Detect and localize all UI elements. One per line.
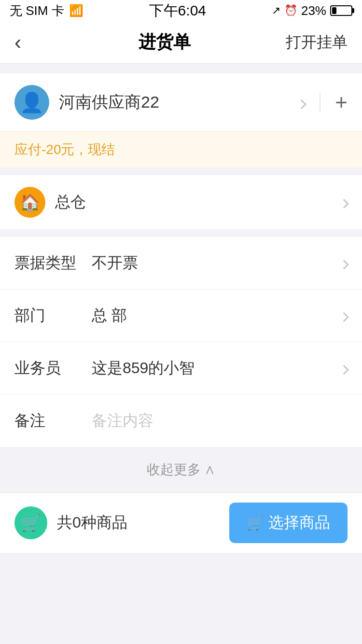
warehouse-symbol: 🏠	[20, 193, 40, 212]
battery-fill	[332, 7, 336, 14]
page-title: 进货单	[139, 30, 191, 54]
nav-bar: ‹ 进货单 打开挂单	[0, 21, 362, 64]
collapse-row[interactable]: 收起更多 ∧	[0, 447, 362, 492]
department-row[interactable]: 部门 总 部	[0, 290, 362, 342]
supplier-name: 河南供应商22	[59, 91, 298, 113]
notice-text: 应付-20元，现结	[14, 142, 115, 157]
supplier-divider	[320, 93, 320, 112]
add-supplier-button[interactable]: +	[325, 90, 348, 114]
status-right: ↗ ⏰ 23%	[272, 3, 352, 18]
product-bar: 🛒 共0种商品 🛒 选择商品	[0, 492, 362, 553]
supplier-row[interactable]: 👤 河南供应商22 +	[0, 73, 362, 131]
salesperson-chevron-icon	[341, 360, 348, 377]
notice-bar: 应付-20元，现结	[0, 131, 362, 168]
cart-icon: 🛒	[21, 513, 41, 532]
supplier-chevron-icon	[298, 94, 305, 112]
wifi-icon: 📶	[69, 4, 84, 17]
warehouse-row[interactable]: 🏠 总仓	[0, 175, 362, 229]
salesperson-value: 这是859的小智	[92, 358, 341, 379]
warehouse-chevron-icon	[341, 194, 348, 210]
supplier-avatar: 👤	[14, 85, 49, 120]
alarm-icon: ⏰	[284, 4, 297, 17]
select-btn-label: 选择商品	[268, 512, 330, 533]
warehouse-section: 🏠 总仓	[0, 175, 362, 229]
remark-input[interactable]: 备注内容	[92, 410, 348, 432]
supplier-section: 👤 河南供应商22 + 应付-20元，现结	[0, 73, 362, 168]
department-value: 总 部	[92, 305, 341, 326]
product-count: 共0种商品	[57, 512, 220, 533]
warehouse-icon: 🏠	[14, 187, 45, 218]
carrier-label: 无 SIM 卡	[10, 2, 64, 19]
form-section: 票据类型 不开票 部门 总 部 业务员 这是859的小智 备注 备注内容	[0, 237, 362, 447]
salesperson-label: 业务员	[14, 358, 92, 379]
status-bar: 无 SIM 卡 📶 下午6:04 ↗ ⏰ 23%	[0, 0, 362, 21]
battery-indicator	[330, 5, 352, 16]
back-button[interactable]: ‹	[14, 31, 43, 54]
gap-3	[0, 229, 362, 237]
gap-1	[0, 64, 362, 73]
collapse-label: 收起更多 ∧	[147, 461, 216, 479]
avatar-icon: 👤	[20, 91, 44, 114]
content-bottom	[0, 553, 362, 644]
status-time: 下午6:04	[149, 1, 206, 21]
remark-label: 备注	[14, 410, 92, 432]
select-btn-icon: 🛒	[247, 515, 264, 531]
remark-row[interactable]: 备注 备注内容	[0, 395, 362, 447]
invoice-type-chevron-icon	[341, 255, 348, 271]
invoice-type-value: 不开票	[92, 252, 341, 274]
invoice-type-label: 票据类型	[14, 252, 92, 274]
location-icon: ↗	[272, 4, 280, 17]
invoice-type-row[interactable]: 票据类型 不开票	[0, 237, 362, 290]
open-pending-button[interactable]: 打开挂单	[286, 32, 348, 53]
warehouse-name: 总仓	[55, 192, 341, 213]
salesperson-row[interactable]: 业务员 这是859的小智	[0, 342, 362, 395]
product-icon: 🛒	[14, 506, 47, 539]
gap-2	[0, 168, 362, 175]
department-chevron-icon	[341, 308, 348, 324]
department-label: 部门	[14, 305, 92, 326]
battery-percent: 23%	[301, 3, 326, 18]
status-left: 无 SIM 卡 📶	[10, 2, 84, 19]
select-product-button[interactable]: 🛒 选择商品	[229, 503, 348, 543]
